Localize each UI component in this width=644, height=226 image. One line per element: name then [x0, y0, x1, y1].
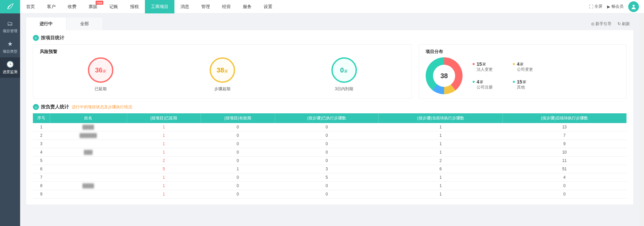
table-header-2[interactable]: (按项目)已延期: [127, 113, 201, 123]
cell-overdue: 1: [127, 123, 201, 131]
cell-valid: 0: [201, 190, 275, 199]
table-row[interactable]: 910010: [33, 190, 627, 199]
tab-1[interactable]: 全部: [67, 17, 102, 30]
legend-label-0: 法人变更: [477, 67, 493, 72]
section-owner-stats-subtitle: 进行中的项目状态及步骤执行情况: [72, 104, 132, 110]
legend-value-0: 15家: [473, 61, 493, 67]
nav-item-5[interactable]: 报税: [124, 0, 145, 13]
table-header-0[interactable]: 序号: [33, 113, 50, 123]
cell-later: 7: [502, 131, 626, 140]
sidebar: 🗂项目管理★项目类型🕓进度监测: [0, 13, 20, 226]
cell-idx: 2: [33, 131, 50, 140]
risk-card-1[interactable]: 38家步骤超期: [210, 57, 235, 92]
table-row[interactable]: 710514: [33, 173, 627, 182]
scrollbar-vertical[interactable]: [639, 13, 644, 226]
user-stats-icon: ☺: [33, 104, 39, 110]
legend-label-2: 公司注册: [477, 84, 493, 90]
cell-later: 10: [502, 148, 626, 157]
tab-0[interactable]: 进行中: [26, 17, 66, 30]
risk-card-0[interactable]: 36家已延期: [88, 57, 113, 92]
table-row[interactable]: 6513651: [33, 165, 627, 173]
table-header-3[interactable]: (按项目)有效期: [201, 113, 275, 123]
guide-label: 新手引导: [595, 21, 611, 27]
nav-item-3[interactable]: 票据new: [83, 0, 103, 13]
nav-item-10[interactable]: 服务: [237, 0, 258, 13]
risk-unit-1: 家: [224, 69, 228, 74]
sidebar-item-2[interactable]: 🕓进度监测: [0, 57, 20, 78]
member-button[interactable]: ▶ 畅会员: [607, 4, 624, 9]
legend-item-2[interactable]: 4家公司注册: [473, 79, 493, 90]
cell-overdue: 1: [127, 190, 201, 199]
fullscreen-button[interactable]: ⛶ 全屏: [589, 4, 602, 9]
section-project-stats-title: ≡ 按项目统计: [33, 35, 627, 41]
cell-idx: 7: [33, 173, 50, 182]
cell-current: 1: [379, 182, 502, 190]
donut-chart: 38: [426, 57, 463, 94]
legend-dot-2: [473, 81, 475, 83]
tabs: 进行中全部: [26, 17, 103, 30]
cell-valid: 0: [201, 123, 275, 131]
nav-item-11[interactable]: 设置: [258, 0, 278, 13]
cell-name: ███: [50, 148, 127, 157]
risk-unit-2: 家: [344, 69, 348, 74]
table-row[interactable]: 310019: [33, 140, 627, 148]
table-header-4[interactable]: (按步骤)已执行步骤数: [275, 113, 379, 123]
nav-item-1[interactable]: 客户: [41, 0, 62, 13]
avatar[interactable]: [628, 1, 639, 12]
cell-later: 13: [502, 123, 626, 131]
cell-valid: 0: [201, 131, 275, 140]
legend-item-1[interactable]: 4家公司变更: [513, 61, 533, 72]
cell-later: 0: [502, 182, 626, 190]
member-label: 畅会员: [611, 4, 624, 9]
refresh-button[interactable]: ↻刷新: [618, 21, 630, 27]
nav-item-2[interactable]: 收费: [62, 0, 83, 13]
sidebar-item-0[interactable]: 🗂项目管理: [0, 17, 20, 37]
cell-later: 4: [502, 173, 626, 182]
table-row[interactable]: 8████10010: [33, 182, 627, 190]
tabs-actions: ◎新手引导 ↻刷新: [591, 21, 633, 27]
table-row[interactable]: 1████100113: [33, 123, 627, 131]
risk-value-0: 36: [95, 66, 102, 74]
nav-item-9[interactable]: 经营: [216, 0, 237, 13]
cell-current: 2: [379, 157, 502, 165]
risk-card-2[interactable]: 0家3日内到期: [331, 57, 357, 92]
sidebar-item-1[interactable]: ★项目类型: [0, 37, 20, 57]
risk-label-2: 3日内到期: [331, 86, 357, 92]
table-header-1[interactable]: 姓名: [50, 113, 127, 123]
distribution-title: 项目分布: [426, 49, 620, 55]
table-header-6[interactable]: (按步骤)后续待执行步骤数: [502, 113, 626, 123]
nav-item-0[interactable]: 首页: [20, 0, 41, 13]
nav-item-7[interactable]: 消息: [174, 0, 195, 13]
cell-name: ████: [50, 182, 127, 190]
table-row[interactable]: 5200211: [33, 157, 627, 165]
tabs-row: 进行中全部 ◎新手引导 ↻刷新: [26, 17, 633, 30]
cell-name: ██████: [50, 131, 127, 140]
nav-item-4[interactable]: 记账: [103, 0, 124, 13]
cell-current: 1: [379, 190, 502, 199]
cell-current: 6: [379, 165, 502, 173]
main-content: 进行中全部 ◎新手引导 ↻刷新 ≡ 按项目统计 风险预警 36家已延期38家步骤…: [20, 13, 639, 226]
cell-valid: 0: [201, 140, 275, 148]
table-row[interactable]: 2██████10017: [33, 131, 627, 140]
table-body: 1████1001132██████100173100194███1001105…: [33, 123, 627, 199]
cell-name: [50, 157, 127, 165]
legend-item-0[interactable]: 15家法人变更: [473, 61, 493, 72]
app-logo[interactable]: [0, 0, 20, 13]
legend-item-3[interactable]: 15家其他: [513, 79, 533, 90]
cell-idx: 5: [33, 157, 50, 165]
cell-valid: 0: [201, 157, 275, 165]
cell-done: 0: [275, 123, 379, 131]
cell-done: 0: [275, 157, 379, 165]
table-row[interactable]: 4███100110: [33, 148, 627, 157]
cell-overdue: 5: [127, 165, 201, 173]
sidebar-label-2: 进度监测: [3, 70, 17, 74]
owners-table: 序号姓名(按项目)已延期(按项目)有效期(按步骤)已执行步骤数(按步骤)当前待执…: [33, 113, 627, 199]
top-nav: 首页客户收费票据new记账报税工商项目消息管理经营服务设置 ⛶ 全屏 ▶ 畅会员: [0, 0, 644, 13]
distribution-body: 38 15家法人变更4家公司变更4家公司注册15家其他: [426, 57, 620, 94]
cell-current: 1: [379, 131, 502, 140]
user-icon: [631, 4, 637, 10]
nav-item-6[interactable]: 工商项目: [145, 0, 174, 13]
guide-button[interactable]: ◎新手引导: [591, 21, 611, 27]
table-header-5[interactable]: (按步骤)当前待执行步骤数: [379, 113, 502, 123]
nav-item-8[interactable]: 管理: [195, 0, 216, 13]
